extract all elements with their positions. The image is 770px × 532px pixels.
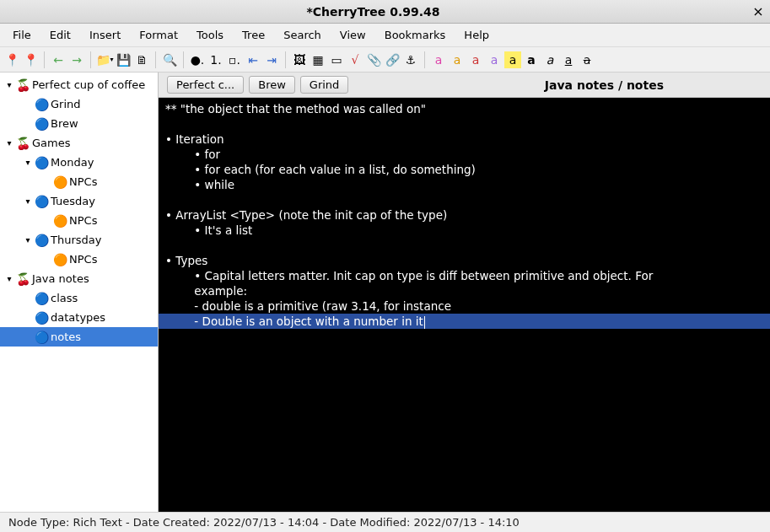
tree-item-class[interactable]: 🔵class [0,288,158,308]
tree-item-npcs[interactable]: 🟠NPCs [0,250,158,269]
menu-view[interactable]: View [332,26,374,44]
nav-forward-icon[interactable]: → [68,51,85,68]
node-label: Monday [49,156,94,169]
format-a2-icon[interactable]: a [449,51,466,68]
tree-item-npcs[interactable]: 🟠NPCs [0,211,158,230]
editor-line[interactable]: example: [165,283,762,298]
expand-icon[interactable]: ▾ [22,158,34,167]
bullet-list-icon[interactable]: ●. [189,51,206,68]
insert-codebox-icon[interactable]: ▭ [328,51,345,68]
node-icon: 🟠 [52,253,67,266]
menu-edit[interactable]: Edit [42,26,78,44]
tree-item-tuesday[interactable]: ▾🔵Tuesday [0,191,158,211]
tree-item-monday[interactable]: ▾🔵Monday [0,153,158,172]
recent-node-button[interactable]: Grind [300,76,349,94]
node-label: NPCs [67,175,97,188]
bold-icon[interactable]: a [523,51,540,68]
numbered-list-icon[interactable]: 1. [207,51,224,68]
save-icon[interactable]: 💾 [115,51,132,68]
node-label: datatypes [49,311,105,324]
expand-icon[interactable]: ▾ [22,196,34,206]
recent-node-button[interactable]: Brew [249,76,295,94]
insert-table-icon[interactable]: ▦ [310,51,326,68]
menu-tools[interactable]: Tools [189,26,231,44]
node-label: notes [49,330,81,343]
editor-line[interactable] [165,192,762,207]
text-cursor [424,316,425,329]
editor-line[interactable]: • ArrayList <Type> (note the init cap of… [165,207,762,223]
editor-line[interactable]: • Types [165,253,762,268]
close-icon[interactable]: × [746,3,770,19]
strikethrough-icon[interactable]: a [579,51,595,68]
outdent-icon[interactable]: ⇤ [245,51,261,68]
toolbar: 📍 📍 ← → 📁▾ 💾 🗎 🔍 ●. 1. ▫. ⇤ ⇥ 🖼 ▦ ▭ √ 📎 … [0,47,770,73]
format-a1-icon[interactable]: a [430,51,447,68]
nav-back-icon[interactable]: ← [50,51,67,68]
editor-line[interactable]: ** "the object that the method was calle… [165,101,762,116]
expand-icon[interactable]: ▾ [3,80,15,89]
insert-image-icon[interactable]: 🖼 [291,51,308,68]
editor-line[interactable]: • for each (for each value in a list, do… [165,162,762,177]
tree-item-datatypes[interactable]: 🔵datatypes [0,308,158,327]
separator [285,51,286,68]
node-label: Games [30,137,70,149]
header-row: Perfect c...BrewGrind Java notes / notes [159,73,770,98]
format-a4-icon[interactable]: a [486,51,503,68]
editor-line[interactable]: • Capital letters matter. Init cap on ty… [165,268,762,283]
tree-item-thursday[interactable]: ▾🔵Thursday [0,230,158,250]
editor-line[interactable]: - Double is an object with a number in i… [159,314,770,329]
node-label: Grind [49,98,81,110]
editor-line[interactable]: • Iteration [165,132,762,147]
tree-item-java-notes[interactable]: ▾🍒Java notes [0,269,158,288]
menu-bookmarks[interactable]: Bookmarks [377,26,454,44]
menubar: FileEditInsertFormatToolsTreeSearchViewB… [0,24,770,47]
menu-insert[interactable]: Insert [82,26,128,44]
indent-icon[interactable]: ⇥ [263,51,280,68]
separator [155,51,156,68]
folder-icon[interactable]: 📁▾ [96,51,113,68]
node-label: NPCs [67,253,97,266]
tree-item-npcs[interactable]: 🟠NPCs [0,172,158,191]
breadcrumb: Java notes / notes [545,78,765,92]
editor-line[interactable]: • while [165,177,762,192]
editor-line[interactable] [165,238,762,253]
editor-line[interactable]: - double is a primitive (raw 3.14, for i… [165,298,762,314]
editor-line[interactable] [165,116,762,132]
format-a5-icon[interactable]: a [504,51,521,68]
tree-item-games[interactable]: ▾🍒Games [0,133,158,153]
tree-item-brew[interactable]: 🔵Brew [0,114,158,133]
expand-icon[interactable]: ▾ [3,274,15,283]
menu-help[interactable]: Help [456,26,497,44]
export-icon[interactable]: 🗎 [133,51,150,68]
node-icon: 🍒 [15,137,30,150]
find-icon[interactable]: 🔍 [161,51,178,68]
menu-file[interactable]: File [5,26,39,44]
expand-icon[interactable]: ▾ [22,235,34,245]
menu-tree[interactable]: Tree [234,26,272,44]
attach-icon[interactable]: 📎 [365,51,382,68]
italic-icon[interactable]: a [541,51,558,68]
editor-line[interactable]: • It's a list [165,223,762,238]
underline-icon[interactable]: a [560,51,577,68]
separator [44,51,45,68]
editor-line[interactable]: • for [165,147,762,162]
editor[interactable]: ** "the object that the method was calle… [159,98,770,512]
pin-green-icon[interactable]: 📍 [22,51,39,68]
format-a3-icon[interactable]: a [467,51,484,68]
expand-icon[interactable]: ▾ [3,138,15,148]
node-icon: 🟠 [52,214,67,228]
window-title: *CherryTree 0.99.48 [0,5,746,19]
tree-item-perfect-cup-of-coffee[interactable]: ▾🍒Perfect cup of coffee [0,75,158,94]
check-list-icon[interactable]: ▫. [226,51,243,68]
link-icon[interactable]: 🔗 [384,51,401,68]
anchor-icon[interactable]: ⚓ [402,51,419,68]
recent-node-button[interactable]: Perfect c... [167,76,244,94]
insert-equation-icon[interactable]: √ [347,51,363,68]
tree-panel[interactable]: ▾🍒Perfect cup of coffee🔵Grind🔵Brew▾🍒Game… [0,73,159,512]
menu-search[interactable]: Search [276,26,329,44]
pin-red-icon[interactable]: 📍 [3,51,20,68]
node-icon: 🔵 [34,98,49,111]
tree-item-notes[interactable]: 🔵notes [0,327,158,347]
menu-format[interactable]: Format [132,26,186,44]
tree-item-grind[interactable]: 🔵Grind [0,94,158,114]
